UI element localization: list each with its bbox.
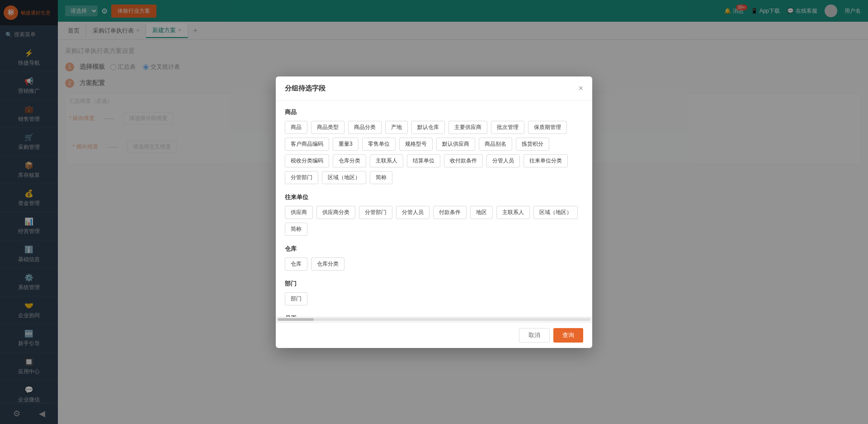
- modal-overlay: 分组待选字段 × 商品商品商品类型商品分类产地默认仓库主要供应商批次管理保质期管…: [58, 40, 868, 424]
- field-tag-goods-15[interactable]: 税收分类编码: [285, 154, 329, 167]
- field-tag-partner-0[interactable]: 供应商: [285, 206, 313, 219]
- field-tags-goods: 商品商品类型商品分类产地默认仓库主要供应商批次管理保质期管理客户商品编码重量3零…: [285, 121, 583, 184]
- field-tag-goods-4[interactable]: 默认仓库: [411, 121, 445, 134]
- modal-hscroll: [276, 317, 592, 322]
- field-tag-goods-7[interactable]: 保质期管理: [528, 121, 567, 134]
- field-tag-goods-20[interactable]: 分管人员: [486, 154, 520, 167]
- field-section-title-department: 部门: [285, 280, 583, 288]
- field-section-department: 部门部门: [285, 280, 583, 305]
- field-tag-goods-2[interactable]: 商品分类: [348, 121, 382, 134]
- field-tag-goods-11[interactable]: 规格型号: [399, 138, 433, 151]
- field-tag-goods-17[interactable]: 主联系人: [370, 154, 403, 167]
- field-tag-goods-5[interactable]: 主要供应商: [448, 121, 487, 134]
- field-selector-modal: 分组待选字段 × 商品商品商品类型商品分类产地默认仓库主要供应商批次管理保质期管…: [276, 76, 592, 348]
- field-tag-partner-2[interactable]: 分管部门: [359, 206, 392, 219]
- hscroll-thumb: [278, 318, 314, 321]
- field-tag-warehouse-0[interactable]: 仓库: [285, 257, 307, 271]
- modal-title: 分组待选字段: [285, 84, 326, 93]
- modal-footer: 取消 查询: [276, 322, 592, 348]
- field-section-partner: 往来单位供应商供应商分类分管部门分管人员付款条件地区主联系人区域（地区）简称: [285, 193, 583, 236]
- field-tag-goods-13[interactable]: 商品别名: [479, 138, 512, 151]
- modal-close-btn[interactable]: ×: [578, 84, 583, 93]
- field-section-title-goods: 商品: [285, 108, 583, 116]
- field-section-title-partner: 往来单位: [285, 193, 583, 201]
- field-section-title-warehouse: 仓库: [285, 245, 583, 253]
- field-tags-partner: 供应商供应商分类分管部门分管人员付款条件地区主联系人区域（地区）简称: [285, 206, 583, 236]
- field-tag-goods-8[interactable]: 客户商品编码: [285, 138, 329, 151]
- field-section-warehouse: 仓库仓库仓库分类: [285, 245, 583, 271]
- field-tags-department: 部门: [285, 292, 583, 305]
- field-tag-goods-22[interactable]: 分管部门: [285, 171, 318, 184]
- field-tag-goods-0[interactable]: 商品: [285, 121, 307, 134]
- hscroll-track: [278, 318, 590, 321]
- field-tag-goods-21[interactable]: 往来单位分类: [524, 154, 568, 167]
- field-tag-goods-18[interactable]: 结算单位: [407, 154, 440, 167]
- field-tag-partner-8[interactable]: 简称: [285, 223, 307, 236]
- field-tag-goods-16[interactable]: 仓库分类: [333, 154, 366, 167]
- field-tags-warehouse: 仓库仓库分类: [285, 257, 583, 271]
- field-tag-goods-1[interactable]: 商品类型: [311, 121, 344, 134]
- field-tag-partner-4[interactable]: 付款条件: [433, 206, 467, 219]
- field-tag-goods-23[interactable]: 区域（地区）: [322, 171, 366, 184]
- field-tag-department-0[interactable]: 部门: [285, 292, 307, 305]
- field-tag-goods-19[interactable]: 收付款条件: [444, 154, 483, 167]
- field-tag-goods-6[interactable]: 批次管理: [491, 121, 524, 134]
- cancel-button[interactable]: 取消: [519, 328, 550, 343]
- field-tag-goods-24[interactable]: 简称: [370, 171, 392, 184]
- modal-header: 分组待选字段 ×: [276, 76, 592, 101]
- field-tag-goods-3[interactable]: 产地: [385, 121, 408, 134]
- field-tag-partner-1[interactable]: 供应商分类: [316, 206, 355, 219]
- field-tag-partner-6[interactable]: 主联系人: [496, 206, 530, 219]
- modal-body[interactable]: 商品商品商品类型商品分类产地默认仓库主要供应商批次管理保质期管理客户商品编码重量…: [276, 101, 592, 317]
- field-tag-goods-12[interactable]: 默认供应商: [436, 138, 475, 151]
- field-section-goods: 商品商品商品类型商品分类产地默认仓库主要供应商批次管理保质期管理客户商品编码重量…: [285, 108, 583, 184]
- field-tag-goods-9[interactable]: 重量3: [333, 138, 359, 151]
- field-tag-goods-10[interactable]: 零售单位: [362, 138, 396, 151]
- confirm-button[interactable]: 查询: [553, 328, 583, 343]
- field-tag-partner-3[interactable]: 分管人员: [396, 206, 429, 219]
- field-tag-partner-7[interactable]: 区域（地区）: [533, 206, 578, 219]
- main-area: 请选择 ⚙ 体验行业方案 🔔 消息 99+ 📱 App下载 💬 在线客服: [58, 0, 868, 424]
- content-area: 采购订单执行表方案设置 1 选择模板 汇总表 交叉统计表: [58, 40, 868, 424]
- field-tag-goods-14[interactable]: 拣货积分: [516, 138, 549, 151]
- field-tag-warehouse-1[interactable]: 仓库分类: [311, 257, 344, 271]
- field-tag-partner-5[interactable]: 地区: [470, 206, 493, 219]
